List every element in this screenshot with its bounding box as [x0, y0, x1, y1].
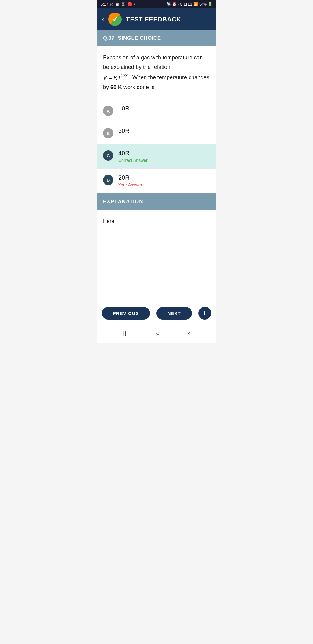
question-text-part1: Expansion of a gas with temperature can … — [103, 54, 203, 70]
option-a-content: 10R — [118, 105, 210, 112]
option-a-text: 10R — [118, 105, 130, 112]
option-d[interactable]: D 20R Your Answer — [97, 169, 216, 193]
timer-icon: ⌛ — [121, 2, 126, 6]
question-text: Expansion of a gas with temperature can … — [103, 53, 210, 92]
option-b-content: 30R — [118, 127, 210, 134]
option-c-content: 40R Correct Answer — [118, 150, 210, 163]
option-a-label: A — [107, 108, 110, 114]
status-right: 📡 ⏰ 4G LTE1 📶 54% 🔋 — [166, 2, 212, 6]
question-temp-value: 60 K — [110, 84, 122, 90]
alarm-icon: ⏰ — [172, 2, 177, 6]
android-home-button[interactable]: ○ — [150, 328, 166, 339]
message-icon: ▣ — [115, 2, 119, 6]
header: ‹ ✓ TEST FEEDBACK — [97, 8, 216, 30]
option-c-label: C — [107, 153, 110, 158]
question-body: Expansion of a gas with temperature can … — [97, 46, 216, 99]
explanation-text: Here, — [103, 217, 210, 226]
android-back-button[interactable]: ‹ — [182, 328, 196, 339]
status-time: 6:17 — [101, 2, 108, 6]
option-d-badge: D — [103, 175, 113, 185]
option-a-badge: A — [103, 106, 113, 116]
check-icon: ✓ — [112, 16, 118, 23]
option-c-text: 40R — [118, 150, 130, 156]
option-c-badge: C — [103, 150, 113, 161]
network-info: 4G LTE1 — [178, 2, 192, 6]
status-bar: 6:17 ◎ ▣ ⌛ 🔴 • 📡 ⏰ 4G LTE1 📶 54% 🔋 — [97, 0, 216, 8]
option-d-text: 20R — [118, 174, 130, 181]
battery-info: 54% — [199, 2, 207, 6]
option-a[interactable]: A 10R — [97, 99, 216, 122]
option-c[interactable]: C 40R Correct Answer — [97, 144, 216, 169]
whatsapp-icon: ◎ — [110, 2, 113, 6]
question-type: SINGLE CHOICE — [118, 35, 161, 41]
header-title: TEST FEEDBACK — [126, 16, 181, 23]
dot-indicator: • — [134, 2, 136, 6]
battery-icon: 🔋 — [208, 2, 212, 6]
option-b[interactable]: B 30R — [97, 122, 216, 144]
android-nav-bar: ||| ○ ‹ — [97, 324, 216, 343]
correct-answer-label: Correct Answer — [118, 158, 210, 163]
app-logo: ✓ — [108, 13, 122, 26]
android-menu-button[interactable]: ||| — [117, 328, 134, 339]
bottom-nav: PREVIOUS NEXT i — [97, 302, 216, 324]
question-number: Q.37 — [103, 35, 114, 41]
cast-icon: 📡 — [166, 2, 171, 6]
explanation-title: EXPLANATION — [103, 199, 143, 204]
question-text-part3: work done is — [123, 84, 154, 90]
back-button[interactable]: ‹ — [102, 16, 104, 23]
your-answer-label: Your Answer — [118, 182, 210, 187]
option-b-text: 30R — [118, 127, 130, 134]
question-header: Q.37 SINGLE CHOICE — [97, 30, 216, 46]
question-meta: Q.37 SINGLE CHOICE — [103, 35, 210, 41]
app-icon: 🔴 — [127, 2, 132, 6]
option-b-badge: B — [103, 128, 113, 138]
option-b-label: B — [107, 131, 110, 136]
option-d-content: 20R Your Answer — [118, 174, 210, 187]
previous-button[interactable]: PREVIOUS — [102, 307, 150, 320]
question-formula: V = KT2/3 — [103, 74, 129, 81]
options-container: A 10R B 30R C 40R Correct Answer D 20R Y… — [97, 99, 216, 193]
option-d-label: D — [107, 178, 110, 183]
next-button[interactable]: NEXT — [156, 307, 192, 320]
signal-icon: 📶 — [193, 2, 198, 6]
explanation-body: Here, — [97, 210, 216, 302]
explanation-header: EXPLANATION — [97, 193, 216, 210]
status-left: 6:17 ◎ ▣ ⌛ 🔴 • — [101, 2, 136, 6]
info-button[interactable]: i — [198, 307, 211, 320]
